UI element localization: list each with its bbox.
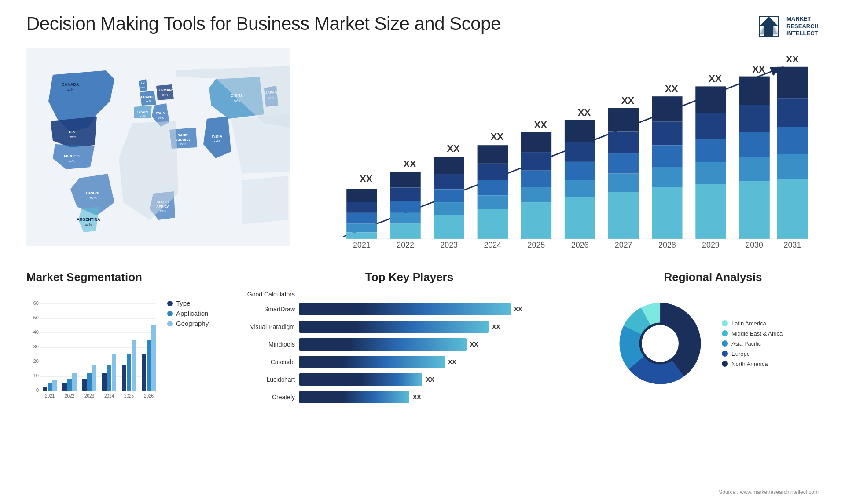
svg-rect-72 <box>521 152 551 171</box>
svg-rect-145 <box>127 354 131 391</box>
svg-text:XX: XX <box>534 119 547 130</box>
svg-rect-147 <box>142 354 146 391</box>
player-bar <box>299 391 409 403</box>
source-text: Source : www.marketresearchintellect.com <box>719 489 819 495</box>
svg-rect-65 <box>434 215 464 239</box>
svg-text:xx%: xx% <box>213 139 220 143</box>
svg-text:MEXICO: MEXICO <box>64 154 80 158</box>
svg-rect-62 <box>434 174 464 190</box>
svg-rect-97 <box>739 105 769 132</box>
svg-rect-70 <box>478 209 508 239</box>
north-america-dot <box>722 361 728 367</box>
svg-text:2025: 2025 <box>124 394 134 398</box>
geography-legend-label: Geography <box>176 320 209 327</box>
legend-type: Type <box>167 299 209 307</box>
svg-rect-63 <box>434 189 464 202</box>
svg-rect-137 <box>72 373 77 391</box>
svg-rect-88 <box>652 145 682 167</box>
page-container: Decision Making Tools for Business Marke… <box>0 0 845 504</box>
page-title: Decision Making Tools for Business Marke… <box>26 13 501 34</box>
svg-rect-52 <box>346 202 377 213</box>
svg-text:xx%: xx% <box>158 117 163 120</box>
svg-text:xx%: xx% <box>145 100 151 103</box>
logo-text: MARKET RESEARCH INTELLECT <box>786 15 819 38</box>
svg-text:2026: 2026 <box>571 241 589 249</box>
svg-text:SAUDI: SAUDI <box>178 133 189 137</box>
svg-rect-74 <box>521 187 551 202</box>
player-value: XX <box>470 341 478 348</box>
svg-text:2023: 2023 <box>84 394 95 398</box>
svg-rect-84 <box>608 174 639 192</box>
middle-east-dot <box>722 330 728 336</box>
regional-legend: Latin America Middle East & Africa Asia … <box>722 320 783 367</box>
player-value: XX <box>492 323 500 330</box>
svg-rect-99 <box>739 157 769 181</box>
regional-donut-chart <box>607 291 713 396</box>
svg-rect-92 <box>695 113 726 139</box>
header: Decision Making Tools for Business Marke… <box>26 13 819 40</box>
svg-rect-101 <box>777 67 808 98</box>
svg-text:40: 40 <box>33 329 39 335</box>
svg-rect-141 <box>102 373 107 391</box>
player-row-mindtools: Mindtools XX <box>224 338 594 351</box>
svg-text:BRAZIL: BRAZIL <box>86 191 101 195</box>
svg-text:XX: XX <box>403 158 416 169</box>
svg-rect-64 <box>434 202 464 215</box>
svg-rect-102 <box>777 98 808 127</box>
regional-section: Regional Analysis <box>607 270 819 416</box>
legend-application: Application <box>167 310 209 317</box>
svg-text:2030: 2030 <box>746 241 763 249</box>
svg-text:CANADA: CANADA <box>62 82 79 87</box>
svg-rect-79 <box>565 180 595 197</box>
svg-rect-73 <box>521 171 551 187</box>
svg-rect-58 <box>390 201 420 213</box>
segmentation-legend: Type Application Geography <box>167 299 209 330</box>
svg-rect-94 <box>695 162 726 184</box>
type-legend-dot <box>167 301 173 306</box>
svg-rect-100 <box>739 181 769 239</box>
svg-rect-68 <box>478 180 508 196</box>
svg-rect-91 <box>695 86 726 113</box>
map-section: CANADA xx% U.S. xx% MEXICO xx% BRAZIL xx… <box>26 48 290 264</box>
svg-rect-90 <box>652 187 682 239</box>
latin-america-label: Latin America <box>731 320 766 327</box>
growth-bar-chart: XX XX XX XX XX XX XX XX XX XX XX <box>308 53 810 259</box>
segmentation-title: Market Segmentation <box>26 270 211 284</box>
svg-rect-82 <box>608 131 639 153</box>
svg-rect-61 <box>434 157 464 174</box>
segmentation-chart: 0 10 20 30 40 50 60 <box>26 291 158 401</box>
svg-rect-75 <box>521 202 551 239</box>
svg-text:XX: XX <box>491 131 504 142</box>
svg-text:ITALY: ITALY <box>156 111 165 115</box>
svg-text:2025: 2025 <box>528 241 545 249</box>
legend-latin-america: Latin America <box>722 320 783 327</box>
svg-rect-96 <box>739 77 769 105</box>
svg-rect-149 <box>151 325 156 391</box>
svg-text:2027: 2027 <box>615 241 632 249</box>
svg-rect-51 <box>346 189 377 202</box>
svg-rect-132 <box>43 387 47 391</box>
players-title: Top Key Players <box>224 270 594 284</box>
svg-rect-71 <box>521 132 551 152</box>
player-bar <box>299 356 445 368</box>
svg-rect-140 <box>92 365 96 391</box>
players-section: Top Key Players Good Calculators SmartDr… <box>224 270 594 416</box>
svg-rect-105 <box>777 179 808 239</box>
svg-text:60: 60 <box>33 300 39 306</box>
svg-rect-103 <box>777 127 808 154</box>
player-bar <box>299 373 422 386</box>
svg-rect-69 <box>478 195 508 209</box>
svg-rect-80 <box>565 197 595 239</box>
svg-text:2028: 2028 <box>658 241 676 249</box>
player-bar <box>299 303 511 315</box>
latin-america-dot <box>722 320 728 326</box>
player-name: SmartDraw <box>224 306 295 313</box>
svg-text:xx%: xx% <box>160 209 165 212</box>
svg-point-161 <box>642 325 679 362</box>
svg-text:XX: XX <box>752 64 765 75</box>
svg-rect-104 <box>777 154 808 179</box>
svg-rect-148 <box>147 340 151 391</box>
svg-text:XX: XX <box>360 173 373 184</box>
player-row-smartdraw: SmartDraw XX <box>224 303 594 315</box>
svg-rect-87 <box>652 122 682 146</box>
